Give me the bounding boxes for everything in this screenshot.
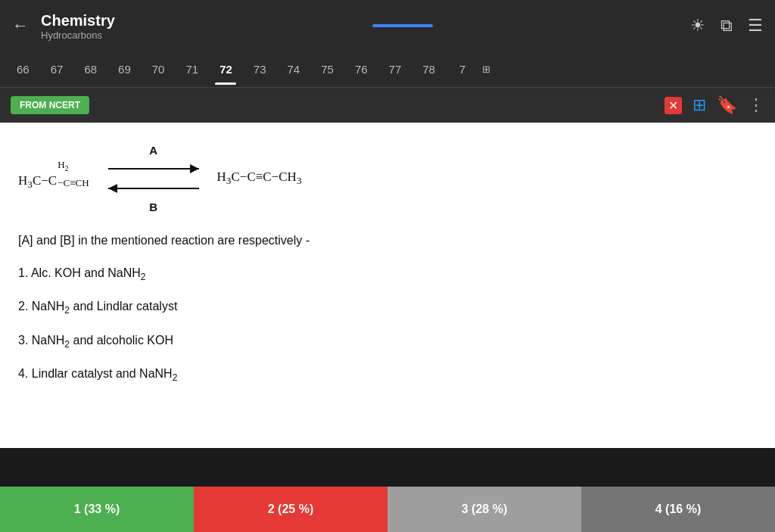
answer-btn-3[interactable]: 3 (28 %) (388, 487, 581, 532)
toolbar-icons: ✕ ⊞ 🔖 ⋮ (665, 95, 764, 115)
reaction-arrow: A B (108, 144, 199, 213)
ncert-badge: FROM NCERT (11, 96, 89, 114)
bookmark-stack-icon[interactable]: ⧉ (721, 16, 733, 36)
forward-arrow (108, 160, 199, 178)
theme-icon[interactable]: ☀ (690, 16, 705, 36)
bookmark-icon[interactable]: 🔖 (717, 95, 737, 115)
option-4[interactable]: 4. Lindlar catalyst and NaNH2 (18, 364, 757, 385)
header-center (115, 24, 690, 27)
back-button[interactable]: ← (12, 16, 29, 36)
page-tabs: 66 67 68 69 70 71 72 73 74 75 76 77 78 7… (0, 51, 775, 88)
answer-buttons: 1 (33 %) 2 (25 %) 3 (28 %) 4 (16 %) (0, 487, 775, 532)
toolbar: FROM NCERT ✕ ⊞ 🔖 ⋮ (0, 88, 775, 123)
forward-arrow-line (108, 168, 199, 170)
question-text: [A] and [B] in the mentioned reaction ar… (18, 232, 757, 250)
progress-bar (372, 24, 433, 27)
option-2[interactable]: 2. NaNH2 and Lindlar catalyst (18, 297, 757, 318)
tab-78[interactable]: 78 (412, 54, 446, 85)
page-title: Chemistry (41, 11, 115, 30)
tab-67[interactable]: 67 (40, 54, 74, 85)
tab-77[interactable]: 77 (378, 54, 412, 85)
back-arrow-graphic (108, 188, 199, 189)
chemical-equation: H3C−C H2 −C≡CH A B H3C−C≡C−CH3 (18, 138, 757, 213)
tab-73[interactable]: 73 (243, 54, 277, 85)
tab-75[interactable]: 75 (310, 54, 344, 85)
more-options-icon[interactable]: ⋮ (748, 95, 764, 115)
answer-btn-4[interactable]: 4 (16 %) (581, 487, 775, 532)
option-1[interactable]: 1. Alc. KOH and NaNH2 (18, 263, 757, 285)
option-3[interactable]: 3. NaNH2 and alcoholic KOH (18, 331, 757, 352)
tab-74[interactable]: 74 (277, 54, 311, 85)
add-icon[interactable]: ⊞ (693, 95, 706, 115)
header-left: ← Chemistry Hydrocarbons (12, 11, 115, 41)
tab-76[interactable]: 76 (344, 54, 378, 85)
tab-71[interactable]: 71 (175, 54, 209, 85)
h2-superscript: H2 (58, 159, 68, 173)
label-b: B (149, 201, 157, 213)
tab-70[interactable]: 70 (142, 54, 176, 85)
title-block: Chemistry Hydrocarbons (41, 11, 115, 41)
left-formula-text: H3C−C (18, 173, 57, 191)
page-subtitle: Hydrocarbons (41, 30, 115, 41)
tab-69[interactable]: 69 (107, 54, 142, 85)
tab-66[interactable]: 66 (6, 54, 40, 85)
answer-btn-2[interactable]: 2 (25 %) (194, 487, 388, 532)
header-icons: ☀ ⧉ ☰ (690, 16, 763, 36)
label-a: A (149, 144, 157, 157)
back-arrow-line (108, 179, 199, 198)
menu-icon[interactable]: ☰ (748, 16, 763, 36)
delete-icon[interactable]: ✕ (665, 97, 682, 114)
right-structure: H3C−C≡C−CH3 (217, 170, 302, 187)
tab-7[interactable]: 7 (446, 54, 479, 85)
right-formula-text: H3C−C≡C−CH3 (217, 170, 302, 184)
tab-72[interactable]: 72 (209, 54, 243, 85)
left-structure: H3C−C H2 −C≡CH (18, 166, 90, 191)
grid-view-icon[interactable]: ⊞ (482, 64, 490, 75)
tab-68[interactable]: 68 (73, 54, 107, 85)
header: ← Chemistry Hydrocarbons ☀ ⧉ ☰ (0, 0, 775, 51)
options-list: 1. Alc. KOH and NaNH2 2. NaNH2 and Lindl… (18, 263, 757, 386)
answer-btn-1[interactable]: 1 (33 %) (0, 487, 194, 532)
main-content: H3C−C H2 −C≡CH A B H3C−C≡C−CH3 [A] and [… (0, 123, 775, 448)
